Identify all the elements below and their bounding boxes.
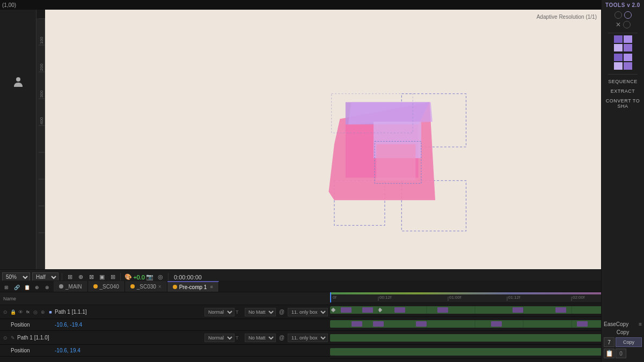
lock-icon-2[interactable]: ✎ bbox=[10, 335, 16, 341]
solo-icon[interactable]: ⊙ bbox=[2, 309, 9, 315]
tab-main[interactable]: _MAIN bbox=[54, 281, 88, 292]
layer-1-mode[interactable]: Normal bbox=[204, 308, 235, 316]
layer-2-t: T bbox=[236, 335, 244, 341]
layer-row-2[interactable]: ⊙ ✎ Path 1 [1.1.0] Normal T No Matt @ 11… bbox=[0, 331, 330, 345]
work-area-bar[interactable] bbox=[330, 292, 601, 294]
tab-close-sc030[interactable]: × bbox=[158, 284, 162, 290]
swatch-3[interactable] bbox=[614, 44, 623, 51]
svg-rect-82 bbox=[373, 321, 384, 327]
track-3-svg bbox=[330, 331, 601, 345]
svg-rect-87 bbox=[330, 334, 601, 342]
circle-1[interactable] bbox=[614, 11, 622, 19]
svg-rect-71 bbox=[437, 307, 448, 313]
svg-rect-69 bbox=[362, 307, 373, 313]
layer-1-parent[interactable]: 11. only box bbox=[288, 308, 328, 316]
left-sidebar bbox=[0, 10, 36, 284]
swatch-6[interactable] bbox=[624, 54, 632, 61]
swatch-8[interactable] bbox=[624, 62, 632, 70]
track-2-svg bbox=[330, 317, 601, 331]
motion-icon[interactable]: ◎ bbox=[32, 309, 39, 315]
track-4-svg bbox=[330, 345, 601, 359]
ease-copy-copy-label: Copy bbox=[604, 329, 642, 335]
track-row-1 bbox=[330, 303, 601, 317]
tab-label-precomp1: Pre-comp 1 bbox=[179, 284, 207, 290]
blend-icon[interactable]: ⊕ bbox=[40, 309, 46, 315]
person-icon-btn[interactable] bbox=[0, 74, 36, 89]
swatch-4[interactable] bbox=[624, 44, 632, 51]
track-row-3 bbox=[330, 331, 601, 345]
position-label-2: Position bbox=[11, 348, 54, 353]
circle-2[interactable] bbox=[624, 11, 632, 19]
canvas-area: Adaptive Resolution (1/1) bbox=[45, 10, 601, 284]
swatch-7[interactable] bbox=[614, 62, 623, 70]
solo-icon-2[interactable]: ⊙ bbox=[2, 335, 9, 341]
track-row-2 bbox=[330, 317, 601, 331]
color-icon[interactable]: ■ bbox=[47, 309, 54, 315]
ease-copy-row-1: 7 Copy bbox=[604, 337, 642, 347]
timecode-display: 0:00:00:00 bbox=[174, 274, 202, 280]
ease-copy-menu-icon[interactable]: ≡ bbox=[639, 321, 642, 327]
timeline-tool-3[interactable]: 📋 bbox=[23, 283, 31, 292]
rp-divider-2 bbox=[608, 74, 638, 75]
svg-rect-72 bbox=[513, 307, 523, 313]
tab-sc030[interactable]: _SC030 × bbox=[125, 281, 167, 292]
ease-copy-section: EaseCopy ≡ Copy 7 Copy 📋 0 bbox=[602, 319, 644, 362]
layer-2-parent[interactable]: 11. only box bbox=[288, 334, 328, 342]
tab-color-sc040 bbox=[93, 284, 98, 289]
layer-1-at: @ bbox=[277, 309, 287, 315]
ease-copy-title: EaseCopy bbox=[604, 321, 628, 327]
tab-menu-icon[interactable]: ≡ bbox=[210, 284, 213, 290]
v-ruler-svg: 100 200 300 400 bbox=[36, 18, 45, 284]
layer-2-icons: ⊙ ✎ bbox=[2, 335, 16, 341]
rp-divider-1 bbox=[608, 33, 638, 33]
svg-marker-40 bbox=[348, 102, 433, 124]
layer-1-matte[interactable]: No Matt bbox=[245, 308, 276, 316]
swatch-2[interactable] bbox=[624, 35, 632, 43]
paste-value: 0 bbox=[616, 349, 626, 358]
tab-color-main bbox=[59, 284, 63, 289]
timeline-tool-4[interactable]: ⊕ bbox=[33, 283, 41, 292]
layer-2-at: @ bbox=[277, 335, 287, 341]
paste-icon[interactable]: 📋 bbox=[604, 349, 614, 358]
timeline-ruler: 0f 00:12f 01:00f 01:12f 02:00f 02:12f 03… bbox=[330, 292, 601, 303]
svg-text:01:00f: 01:00f bbox=[449, 295, 462, 300]
layer-2-matte[interactable]: No Matt bbox=[245, 334, 276, 342]
svg-text:00:12f: 00:12f bbox=[379, 295, 392, 300]
timeline-tool-5[interactable]: ⊗ bbox=[43, 283, 52, 292]
convert-btn[interactable]: CONVERT TO SHA bbox=[602, 96, 644, 111]
timeline-tool-1[interactable]: ⊞ bbox=[2, 283, 11, 292]
svg-text:100: 100 bbox=[39, 36, 44, 44]
extract-btn[interactable]: EXTRACT bbox=[602, 86, 644, 96]
svg-text:0f: 0f bbox=[333, 295, 336, 300]
svg-point-34 bbox=[16, 77, 20, 82]
fx-icon[interactable]: fx bbox=[25, 309, 31, 315]
svg-rect-84 bbox=[491, 321, 502, 327]
tab-color-sc030 bbox=[130, 284, 135, 289]
layer-2-mode[interactable]: Normal bbox=[204, 334, 235, 342]
layer-row-1[interactable]: ⊙ 🔒 👁 fx ◎ ⊕ ■ Path 1 [1.1.1] Normal T N… bbox=[0, 305, 330, 319]
tab-label-main: _MAIN bbox=[65, 284, 82, 290]
tab-precomp1[interactable]: Pre-comp 1 ≡ bbox=[167, 281, 219, 292]
layer-2-name: Path 1 [1.1.0] bbox=[17, 335, 203, 341]
svg-text:400: 400 bbox=[39, 117, 44, 124]
canvas-shapes bbox=[45, 10, 601, 284]
swatch-1[interactable] bbox=[614, 35, 623, 43]
sequence-btn[interactable]: SEQUENCE bbox=[602, 77, 644, 86]
svg-text:300: 300 bbox=[39, 90, 44, 98]
layer-1-name: Path 1 [1.1.1] bbox=[55, 309, 203, 315]
top-bar: (1,00) bbox=[0, 0, 644, 10]
timeline-tool-2[interactable]: 🔗 bbox=[12, 283, 21, 292]
svg-text:01:12f: 01:12f bbox=[508, 295, 521, 300]
svg-rect-68 bbox=[341, 307, 352, 313]
swatch-5[interactable] bbox=[614, 54, 623, 61]
ease-copy-field[interactable]: 7 bbox=[604, 337, 614, 347]
playhead[interactable] bbox=[330, 292, 331, 302]
lock-icon[interactable]: 🔒 bbox=[10, 309, 16, 315]
circle-3[interactable] bbox=[623, 21, 631, 28]
swatch-grid-2 bbox=[614, 54, 632, 70]
svg-rect-44 bbox=[376, 144, 415, 181]
tab-sc040[interactable]: _SC040 bbox=[88, 281, 125, 292]
ease-copy-copy-btn[interactable]: Copy bbox=[616, 337, 642, 347]
shy-icon[interactable]: 👁 bbox=[17, 309, 24, 315]
position-label-1: Position bbox=[11, 322, 54, 328]
